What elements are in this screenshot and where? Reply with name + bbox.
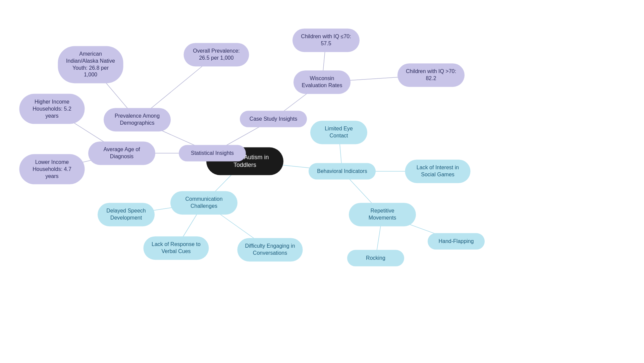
node-lowerIncome: Lower Income Households: 4.7 years <box>19 154 85 184</box>
node-lackResponseVerbal: Lack of Response to Verbal Cues <box>144 236 209 260</box>
node-lackInterestSocialGames: Lack of Interest in Social Games <box>405 160 471 183</box>
node-repetitiveMovements: Repetitive Movements <box>349 203 416 226</box>
node-childrenIQLow: Children with IQ ≤70: 57.5 <box>292 28 360 52</box>
node-behavioralIndicators: Behavioral Indicators <box>309 163 376 180</box>
node-overallPrevalence: Overall Prevalence: 26.5 per 1,000 <box>184 43 249 66</box>
node-statisticalInsights: Statistical Insights <box>179 145 246 162</box>
node-caseStudyInsights: Case Study Insights <box>240 111 307 127</box>
node-limitedEyeContact: Limited Eye Contact <box>310 121 367 144</box>
node-prevalenceDemographics: Prevalence Among Demographics <box>104 108 171 131</box>
node-difficultyEngaging: Difficulty Engaging in Conversations <box>237 238 303 261</box>
node-delayedSpeech: Delayed Speech Development <box>98 203 155 226</box>
mindmap-container: Signs of Autism in ToddlersStatistical I… <box>0 0 644 363</box>
node-americanIndian: American Indian/Alaska Native Youth: 26.… <box>58 46 123 83</box>
node-wisconsinEval: Wisconsin Evaluation Rates <box>293 70 351 94</box>
node-higherIncome: Higher Income Households: 5.2 years <box>19 94 85 124</box>
node-averageAgeDiagnosis: Average Age of Diagnosis <box>88 141 155 165</box>
node-rocking: Rocking <box>347 250 404 266</box>
node-handFlapping: Hand-Flapping <box>428 233 485 250</box>
node-communicationChallenges: Communication Challenges <box>170 191 237 215</box>
node-childrenIQHigh: Children with IQ >70: 82.2 <box>397 63 465 87</box>
